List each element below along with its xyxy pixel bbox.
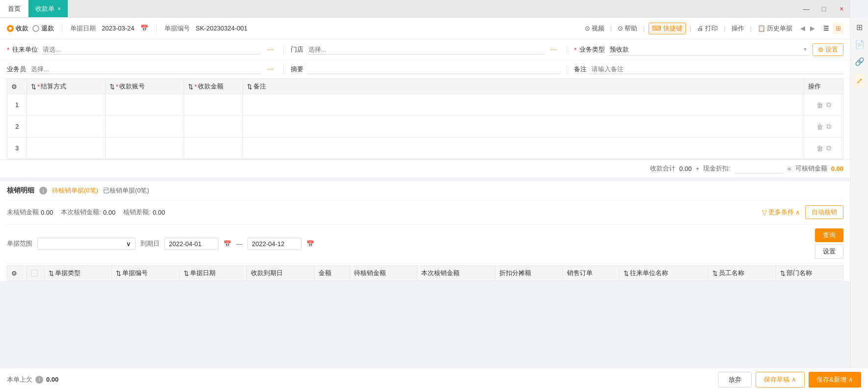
sort-counterpart: ⇅ — [624, 270, 629, 277]
settings-button[interactable]: ⚙ 设置 — [813, 43, 843, 56]
summary-field: 摘要 — [291, 64, 560, 74]
store-input[interactable] — [306, 45, 544, 55]
remark-cell-1[interactable] — [243, 94, 804, 116]
remark-cell-3[interactable] — [243, 138, 804, 159]
remark-header[interactable]: ⇅ 备注 — [243, 79, 804, 94]
store-field: 门店 ··· — [291, 45, 560, 55]
receipt-radio[interactable]: 收款 — [7, 24, 28, 33]
copy-icon-3[interactable]: ⧉ — [826, 144, 831, 152]
done-tab[interactable]: 已核销单据(0笔) — [103, 186, 149, 195]
copy-icon-1[interactable]: ⧉ — [826, 101, 831, 109]
counterpart-more-btn[interactable]: ··· — [264, 45, 276, 54]
date-to-input[interactable] — [247, 238, 301, 250]
more-conditions-btn[interactable]: ▽ 更多条件 ∧ — [762, 208, 800, 217]
sidebar-table-icon[interactable]: ⊞ — [856, 23, 863, 32]
maximize-button[interactable]: □ — [815, 0, 833, 18]
minimize-button[interactable]: — — [797, 0, 815, 18]
doc-date-header: ⇅单据日期 — [179, 266, 246, 281]
business-type-value: 预收款 — [610, 45, 801, 54]
quickkey-btn[interactable]: ⌨ 快捷键 — [649, 23, 685, 34]
remark-cell-2[interactable] — [243, 116, 804, 138]
settlement-cell-2[interactable] — [27, 116, 106, 138]
account-header[interactable]: ⇅ * 收款账号 — [106, 79, 184, 94]
dept-header: ⇅部门名称 — [776, 266, 843, 281]
print-btn[interactable]: 🖨 打印 — [695, 23, 720, 34]
amount-cell-3[interactable] — [184, 138, 243, 159]
account-cell-2[interactable] — [106, 116, 184, 138]
amount-cell-2[interactable] — [184, 116, 243, 138]
history-btn[interactable]: 📋 历史单据 — [756, 23, 794, 34]
video-label: 视频 — [592, 24, 604, 33]
copy-icon-2[interactable]: ⧉ — [826, 122, 831, 131]
sidebar-link-icon[interactable]: 🔗 — [855, 57, 865, 66]
amount-header[interactable]: ⇅ * 收款金额 — [184, 79, 243, 94]
footer: 本单上欠 i 0.00 放弃 保存草稿 ∧ 保存&新增 ∧ — [0, 367, 868, 391]
settlement-cell-3[interactable] — [27, 138, 106, 159]
summary-input[interactable] — [306, 64, 560, 74]
pending-tab[interactable]: 待核销单据(0笔) — [52, 186, 98, 195]
divider-1 — [62, 24, 62, 33]
calendar-icon-3[interactable]: 📅 — [306, 240, 314, 248]
date-from-input[interactable] — [164, 238, 218, 250]
remark-input[interactable] — [590, 64, 843, 74]
amount-cell-1[interactable] — [184, 94, 243, 116]
help-btn[interactable]: ⊙ 帮助 — [616, 23, 639, 34]
draft-button[interactable]: 保存草稿 ∧ — [756, 372, 805, 388]
business-type-dropdown[interactable]: 预收款 ▼ — [608, 44, 810, 56]
counterpart-input[interactable] — [41, 45, 261, 55]
delete-icon-2[interactable]: 🗑 — [816, 123, 823, 131]
tab-receipt[interactable]: 收款单 × — [28, 0, 68, 17]
prev-arrow[interactable]: ◀ — [798, 24, 807, 33]
list-view-btn[interactable]: ☰ — [821, 23, 832, 34]
this-check-label: 本次核销金额: — [61, 208, 101, 217]
tab-close-icon[interactable]: × — [57, 5, 61, 12]
video-btn[interactable]: ⊙ 视频 — [583, 23, 606, 34]
receipt-label: 收款 — [16, 24, 28, 33]
operation-label: 操作 — [732, 24, 744, 33]
form-row-2: 业务员 ··· 摘要 备注 — [0, 60, 850, 79]
settings-button-2[interactable]: 设置 — [815, 244, 843, 259]
salesperson-more-btn[interactable]: ··· — [264, 65, 276, 74]
account-cell-3[interactable] — [106, 138, 184, 159]
sidebar-expand-icon[interactable]: ⤢ — [854, 74, 865, 87]
auto-verify-label: 自动核销 — [812, 208, 837, 216]
info-icon[interactable]: i — [39, 187, 47, 195]
divider-2 — [156, 24, 157, 33]
delete-icon-3[interactable]: 🗑 — [816, 144, 823, 152]
auto-verify-button[interactable]: 自动核销 — [805, 205, 843, 219]
salesperson-field: 业务员 ··· — [7, 64, 276, 74]
footer-info-icon[interactable]: i — [35, 376, 43, 384]
store-more-btn[interactable]: ··· — [547, 45, 560, 54]
calendar-icon[interactable]: 📅 — [140, 25, 148, 32]
tab-home[interactable]: 首页 — [0, 0, 28, 17]
tab-receipt-label: 收款单 — [35, 4, 54, 13]
grid-view-btn[interactable]: ⊞ — [833, 23, 843, 34]
select-all-checkbox[interactable] — [31, 270, 38, 277]
keyboard-icon: ⌨ — [652, 25, 661, 32]
delete-icon-1[interactable]: 🗑 — [816, 101, 823, 109]
abandon-button[interactable]: 放弃 — [718, 372, 752, 388]
next-arrow[interactable]: ▶ — [808, 24, 817, 33]
query-button[interactable]: 查询 — [815, 228, 843, 242]
settlement-cell-1[interactable] — [27, 94, 106, 116]
account-cell-1[interactable] — [106, 94, 184, 116]
checkbox-header[interactable] — [27, 266, 45, 281]
footer-right: 放弃 保存草稿 ∧ 保存&新增 ∧ — [718, 372, 861, 388]
separator-4 — [567, 64, 567, 74]
sidebar-document-icon[interactable]: 📄 — [855, 40, 865, 49]
refund-radio[interactable]: 退款 — [32, 24, 54, 33]
save-new-arrow: ∧ — [848, 376, 853, 383]
close-window-button[interactable]: × — [833, 0, 850, 18]
calendar-icon-2[interactable]: 📅 — [223, 240, 231, 248]
settlement-header[interactable]: ⇅ * 结算方式 — [27, 79, 106, 94]
draft-arrow: ∧ — [791, 376, 796, 383]
gear-header-2[interactable]: ⚙ — [7, 266, 27, 281]
bottom-table: ⚙ ⇅单据类型 ⇅单据编号 ⇅单据日期 — [7, 265, 843, 281]
save-new-button[interactable]: 保存&新增 ∧ — [809, 372, 861, 388]
required-star-col1: * — [37, 83, 40, 90]
gear-header[interactable]: ⚙ — [7, 79, 27, 94]
operation-btn[interactable]: 操作 — [730, 23, 746, 34]
salesperson-input[interactable] — [29, 64, 261, 74]
discount-input[interactable] — [734, 164, 784, 173]
range-dropdown[interactable]: ∨ — [37, 238, 136, 250]
